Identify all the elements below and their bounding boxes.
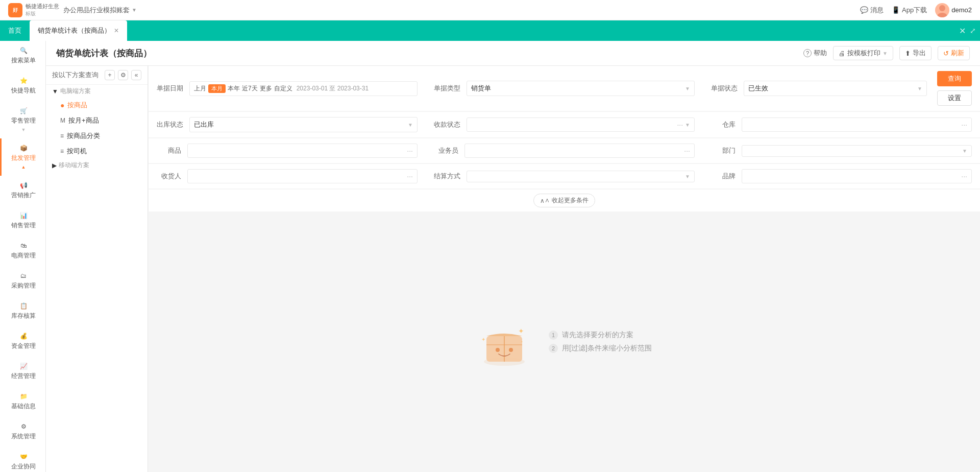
warehouse-dots-icon[interactable]: ··· — [961, 121, 967, 129]
payment-arrow-icon: ▼ — [685, 174, 690, 179]
filter-payment-field: 结算方式 ▼ — [426, 164, 703, 189]
date-last-month[interactable]: 上月 — [194, 84, 206, 93]
sidebar-item-basic[interactable]: 📁 基础信息 — [0, 387, 45, 417]
ecom-icon: 🛍 — [20, 242, 27, 249]
filter-brand-label: 品牌 — [711, 172, 738, 181]
help-button[interactable]: ? 帮助 — [803, 49, 827, 58]
app-icon: 📱 — [892, 6, 900, 14]
tree-item-by-month-goods[interactable]: M 按月+商品 — [46, 113, 148, 128]
date-more[interactable]: 更多 — [260, 84, 272, 93]
query-button[interactable]: 查询 — [937, 71, 972, 86]
filter-recvstatus-label: 收款状态 — [434, 120, 462, 129]
filter-department-field: 部门 ▼ — [703, 138, 980, 163]
filter-receiver-label: 收货人 — [157, 172, 183, 181]
print-button[interactable]: 🖨 按模板打印 ▼ — [833, 46, 893, 60]
sidebar-item-sales[interactable]: 📊 销售管理 — [0, 206, 45, 236]
filter-doctype-control[interactable]: 销货单 ▼ — [467, 81, 695, 96]
filter-recvstatus-control[interactable]: ··· ▼ — [467, 117, 695, 132]
avatar — [935, 3, 949, 17]
filter-goods-field: 商品 ··· — [149, 138, 426, 163]
username[interactable]: demo2 — [951, 6, 972, 14]
scheme-panel-title: 按以下方案查询 — [52, 70, 99, 80]
empty-illustration: ✦ ✦ • — [476, 313, 532, 371]
filter-payment-label: 结算方式 — [434, 172, 462, 181]
marketing-icon: 📢 — [20, 182, 28, 189]
filter-brand-control[interactable]: ··· — [742, 169, 972, 183]
scheme-panel: 按以下方案查询 + ⚙ « ▼ 电脑端方案 ● 按商品 M — [46, 66, 148, 472]
sidebar-item-wholesale[interactable]: 📦 批发管理 ▲ — [0, 138, 45, 176]
filter-warehouse-control[interactable]: ··· — [742, 117, 972, 132]
print-arrow-icon: ▼ — [883, 51, 888, 56]
filter-goods-control[interactable]: ··· — [187, 144, 418, 158]
sidebar-item-shortcut[interactable]: ⭐ 快捷导航 — [0, 71, 45, 101]
filter-docstatus-control[interactable]: 已生效 ▼ — [744, 81, 927, 96]
industry-selector[interactable]: 办公用品行业模拟账套 ▼ — [63, 6, 137, 15]
empty-tip-1: 1 请先选择要分析的方案 — [549, 331, 652, 340]
tree-item-active-dot: ● — [60, 101, 64, 109]
tree-item-by-cashier[interactable]: ≡ 按司机 — [46, 144, 148, 159]
sidebar-item-finance[interactable]: 💰 资金管理 — [0, 326, 45, 357]
sidebar-item-corp[interactable]: 🤝 企业协同 — [0, 447, 45, 472]
collapse-button[interactable]: ∧ ∧ 收起更多条件 — [533, 194, 595, 207]
scheme-add-button[interactable]: + — [105, 70, 115, 80]
filter-warehouse-field: 仓库 ··· — [703, 112, 980, 138]
filter-date-field: 单据日期 上月 本月 本年 近7天 更多 自定义 2023-03-01 至 20… — [149, 66, 426, 111]
scheme-collapse-button[interactable]: « — [131, 70, 141, 80]
filter-payment-control[interactable]: ▼ — [467, 171, 695, 182]
message-icon: 💬 — [860, 6, 868, 14]
sidebar-item-retail[interactable]: 🛒 零售管理 ▼ — [0, 101, 45, 138]
doctype-arrow-icon: ▼ — [685, 86, 690, 91]
app-download-button[interactable]: 📱 App下载 — [892, 6, 927, 15]
basic-icon: 📁 — [20, 393, 28, 400]
date-this-month-badge[interactable]: 本月 — [208, 84, 226, 93]
reset-button[interactable]: 设置 — [937, 90, 972, 106]
sidebar-item-system[interactable]: ⚙ 系统管理 — [0, 417, 45, 447]
filter-department-control[interactable]: ▼ — [742, 145, 972, 157]
tab-expand-icon[interactable]: ⤢ — [970, 27, 976, 35]
recvstatus-dots-icon[interactable]: ··· — [677, 121, 683, 129]
tab-minimize-icon[interactable]: ✕ — [959, 26, 966, 36]
user-area[interactable]: demo2 — [935, 3, 972, 17]
receiver-dots-icon[interactable]: ··· — [407, 172, 413, 180]
message-button[interactable]: 💬 消息 — [860, 6, 884, 15]
date-7days[interactable]: 近7天 — [242, 84, 258, 93]
scheme-settings-button[interactable]: ⚙ — [118, 70, 128, 80]
logo-text: 畅捷通好生意 标版 — [26, 3, 59, 17]
tab-close-icon[interactable]: ✕ — [114, 27, 119, 34]
page-header: 销货单统计表（按商品） ? 帮助 🖨 按模板打印 ▼ ⬆ 导出 ↺ 刷新 — [46, 41, 980, 66]
collapse-row: ∧ ∧ 收起更多条件 — [149, 190, 980, 211]
date-this-year[interactable]: 本年 — [228, 84, 240, 93]
shortcut-icon: ⭐ — [20, 77, 28, 84]
filter-salesperson-control[interactable]: ··· — [464, 144, 695, 158]
tree-item-by-goods[interactable]: ● 按商品 — [46, 98, 148, 113]
inventory-icon: 📋 — [20, 302, 28, 310]
goods-dots-icon[interactable]: ··· — [407, 147, 413, 155]
filter-section: 单据日期 上月 本月 本年 近7天 更多 自定义 2023-03-01 至 20… — [148, 66, 980, 211]
date-custom[interactable]: 自定义 — [274, 84, 292, 93]
empty-tips: 1 请先选择要分析的方案 2 用[过滤]条件来缩小分析范围 — [549, 331, 652, 353]
filter-row-2: 出库状态 已出库 ▼ 收款状态 ··· ▼ — [149, 112, 980, 138]
sidebar-item-inventory[interactable]: 📋 库存核算 — [0, 296, 45, 326]
sidebar-item-ops[interactable]: 📈 经营管理 — [0, 357, 45, 387]
nav-right: 💬 消息 📱 App下载 demo2 — [860, 3, 972, 17]
export-button[interactable]: ⬆ 导出 — [899, 46, 932, 60]
tab-stats[interactable]: 销货单统计表（按商品） ✕ — [30, 20, 127, 41]
sidebar-item-search[interactable]: 🔍 搜索菜单 — [0, 41, 45, 71]
sidebar-item-ecom[interactable]: 🛍 电商管理 — [0, 236, 45, 266]
sidebar-item-purchase[interactable]: 🗂 采购管理 — [0, 266, 45, 296]
filter-outstatus-control[interactable]: 已出库 ▼ — [189, 117, 418, 132]
filter-receiver-field: 收货人 ··· — [149, 164, 426, 189]
sidebar-item-marketing[interactable]: 📢 营销推广 — [0, 176, 45, 206]
tab-bar: 首页 销货单统计表（按商品） ✕ ✕ ⤢ — [0, 20, 980, 41]
tab-home[interactable]: 首页 — [0, 20, 30, 41]
logo-area: 好 畅捷通好生意 标版 — [8, 3, 59, 17]
sales-icon: 📊 — [20, 212, 28, 219]
top-content: 按以下方案查询 + ⚙ « ▼ 电脑端方案 ● 按商品 M — [46, 66, 980, 472]
svg-text:✦: ✦ — [518, 327, 524, 335]
filter-date-control[interactable]: 上月 本月 本年 近7天 更多 自定义 2023-03-01 至 2023-03… — [189, 81, 418, 96]
tree-item-by-goods-cat[interactable]: ≡ 按商品分类 — [46, 128, 148, 144]
refresh-button[interactable]: ↺ 刷新 — [938, 46, 970, 60]
brand-dots-icon[interactable]: ··· — [961, 172, 967, 180]
salesperson-dots-icon[interactable]: ··· — [684, 147, 690, 155]
filter-receiver-control[interactable]: ··· — [187, 169, 418, 183]
